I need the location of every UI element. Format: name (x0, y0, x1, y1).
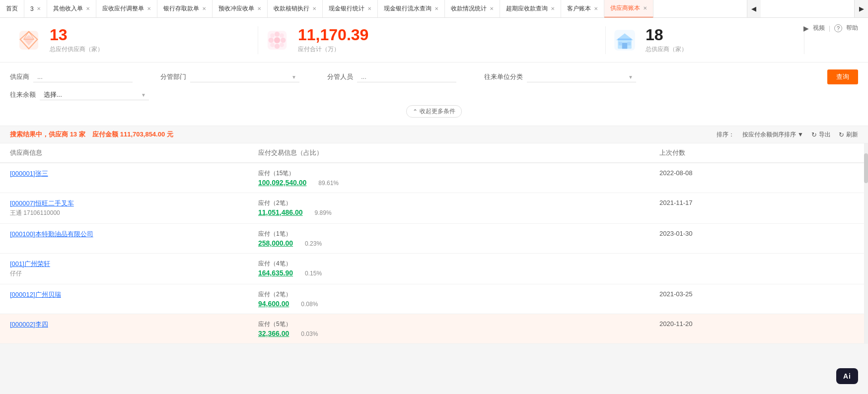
video-link[interactable]: 视频 (813, 24, 825, 32)
svg-rect-22 (618, 38, 632, 40)
scroll-thumb[interactable] (864, 153, 868, 183)
tx-label: 应付（5笔） (258, 320, 659, 328)
tx-pct: 0.08% (301, 301, 318, 308)
last-pay-date: 2021-11-17 (659, 199, 693, 206)
last-pay-date: 2023-01-30 (659, 230, 693, 237)
close-tab-other-income[interactable]: ✕ (86, 6, 90, 11)
nav-tab-other-income[interactable]: 其他收入单 ✕ (47, 0, 96, 18)
svg-point-10 (269, 37, 274, 42)
close-tab-receive-stat[interactable]: ✕ (490, 6, 494, 11)
filter-balance: 往来余额 选择... (10, 89, 149, 100)
refresh-button[interactable]: ↻ 刷新 (839, 131, 858, 139)
stat-total-suppliers: 18 总供应商（家） (606, 26, 804, 54)
last-pay-date: 2022-08-08 (659, 169, 693, 177)
supplier-table: 供应商信息 应付交易信息（占比） 上次付数 [000001]张三 应付（15笔）… (0, 143, 868, 344)
tx-amount-link[interactable]: 32,366.00 (258, 329, 289, 337)
supplier-info-cell: [000002]李四 (10, 320, 258, 329)
sort-select[interactable]: 按应付余额倒序排序 ▼ (742, 131, 803, 139)
balance-select[interactable]: 选择... (40, 89, 149, 100)
nav-tab-home[interactable]: 首页 (0, 0, 24, 18)
close-tab-3[interactable]: ✕ (37, 6, 41, 11)
filter-area: 供应商 分管部门 分管人员 往来单位分类 查询 (0, 63, 868, 126)
stat-label-payable-suppliers: 总应付供应商（家） (50, 45, 103, 54)
top-navigation: 首页 3 ✕ 其他收入单 ✕ 应收应付调整单 ✕ 银行存取款单 ✕ 预收冲应收单… (0, 0, 868, 18)
close-tab-advance-receive[interactable]: ✕ (257, 6, 261, 11)
supplier-label: 供应商 (10, 72, 29, 81)
svg-point-8 (275, 31, 280, 36)
nav-tab-overdue-ar[interactable]: 超期应收款查询 ✕ (500, 0, 561, 18)
close-tab-overdue-ar[interactable]: ✕ (551, 6, 555, 11)
svg-rect-21 (627, 42, 631, 45)
nav-tab-supplier-book[interactable]: 供应商账本 ✕ (604, 0, 653, 18)
close-tab-cash-flow[interactable]: ✕ (434, 6, 438, 11)
filter-unit-class: 往来单位分类 (484, 71, 636, 82)
diamond-icon (15, 26, 43, 54)
supplier-name-link[interactable]: [000001]张三 (10, 169, 258, 178)
close-tab-ar-adjustment[interactable]: ✕ (147, 6, 151, 11)
tx-amount-link[interactable]: 11,051,486.00 (258, 208, 303, 216)
nav-tab-receive-stat[interactable]: 收款情况统计 ✕ (445, 0, 500, 18)
close-tab-bank-deposit[interactable]: ✕ (202, 6, 206, 11)
supplier-contact: 王通 17106110000 (10, 209, 258, 217)
nav-tab-3[interactable]: 3 ✕ (24, 0, 47, 18)
close-tab-cash-stat[interactable]: ✕ (367, 6, 371, 11)
tx-amount-link[interactable]: 94,600.00 (258, 300, 289, 308)
supplier-info-cell: [000007]恒旺二手叉车 王通 17106110000 (10, 199, 258, 217)
last-pay-cell: 2021-03-25 (659, 290, 858, 298)
nav-tab-bank-deposit[interactable]: 银行存取款单 ✕ (157, 0, 213, 18)
collapse-button[interactable]: ⌃ 收起更多条件 (406, 105, 462, 118)
nav-prev-arrow[interactable]: ◀ (747, 0, 761, 18)
scroll-bar[interactable] (864, 143, 868, 344)
nav-tab-advance-receive[interactable]: 预收冲应收单 ✕ (213, 0, 268, 18)
flower-icon (263, 26, 291, 54)
close-tab-customer-book[interactable]: ✕ (594, 6, 598, 11)
tx-pct: 0.23% (305, 240, 322, 247)
tx-pct: 89.61% (318, 180, 339, 187)
tx-amount-link[interactable]: 100,092,540.00 (258, 179, 306, 187)
supplier-name-link[interactable]: [000100]本特勤油品有限公司 (10, 230, 258, 239)
nav-tab-ar-adjustment[interactable]: 应收应付调整单 ✕ (96, 0, 157, 18)
nav-tab-cash-flow[interactable]: 现金银行流水查询 ✕ (378, 0, 445, 18)
dept-select[interactable] (190, 71, 299, 82)
nav-tab-customer-book[interactable]: 客户账本 ✕ (561, 0, 604, 18)
tx-pct: 0.15% (305, 270, 322, 277)
balance-label: 往来余额 (10, 90, 36, 99)
nav-tab-cash-stat[interactable]: 现金银行统计 ✕ (323, 0, 378, 18)
filter-row-1: 供应商 分管部门 分管人员 往来单位分类 查询 (10, 69, 858, 84)
supplier-input[interactable] (33, 71, 133, 82)
supplier-name-link[interactable]: [000007]恒旺二手叉车 (10, 199, 258, 208)
stat-label-total-suppliers: 总供应商（家） (646, 45, 687, 54)
tx-cell: 应付（2笔） 94,600.00 0.08% (258, 290, 659, 308)
nav-tab-receive-execute[interactable]: 收款核销执行 ✕ (268, 0, 323, 18)
table-row: [000002]李四 应付（5笔） 32,366.00 0.03% 2020-1… (0, 314, 868, 344)
person-input[interactable] (357, 71, 456, 82)
close-tab-supplier-book[interactable]: ✕ (643, 5, 647, 11)
supplier-info-cell: [000001]张三 (10, 169, 258, 178)
tx-amount-link[interactable]: 258,000.00 (258, 239, 293, 247)
unit-class-select[interactable] (527, 71, 636, 82)
tx-pct: 9.89% (315, 209, 332, 216)
chevron-up-icon: ⌃ (413, 108, 418, 115)
tx-cell: 应付（4笔） 164,635.90 0.15% (258, 260, 659, 277)
result-info: 搜索结果中，供应商 13 家 应付金额 111,703,854.00 元 (10, 130, 173, 139)
top-links: ▶ 视频 | ? 帮助 (803, 24, 858, 32)
tx-cell: 应付（1笔） 258,000.00 0.23% (258, 230, 659, 247)
result-bar: 搜索结果中，供应商 13 家 应付金额 111,703,854.00 元 排序：… (0, 126, 868, 143)
sort-label: 排序： (717, 131, 734, 139)
search-button[interactable]: 查询 (827, 69, 858, 84)
tx-amount-link[interactable]: 164,635.90 (258, 269, 293, 277)
svg-point-9 (275, 43, 280, 48)
result-count: 13 (70, 131, 77, 138)
supplier-name-link[interactable]: [000002]李四 (10, 320, 258, 329)
export-button[interactable]: ↻ 导出 (811, 131, 831, 139)
supplier-name-link[interactable]: [001]广州荣轩 (10, 260, 258, 268)
help-link[interactable]: 帮助 (846, 24, 858, 32)
nav-next-arrow[interactable]: ▶ (854, 0, 868, 18)
supplier-name-link[interactable]: [000012]广州贝瑞 (10, 290, 258, 299)
result-actions: 排序： 按应付余额倒序排序 ▼ ↻ 导出 ↻ 刷新 (717, 131, 858, 139)
supplier-info-cell: [000012]广州贝瑞 (10, 290, 258, 299)
refresh-icon: ↻ (839, 131, 844, 138)
last-pay-cell: 2020-11-20 (659, 320, 858, 328)
close-tab-receive-execute[interactable]: ✕ (312, 6, 316, 11)
ai-badge[interactable]: Ai (836, 368, 858, 384)
